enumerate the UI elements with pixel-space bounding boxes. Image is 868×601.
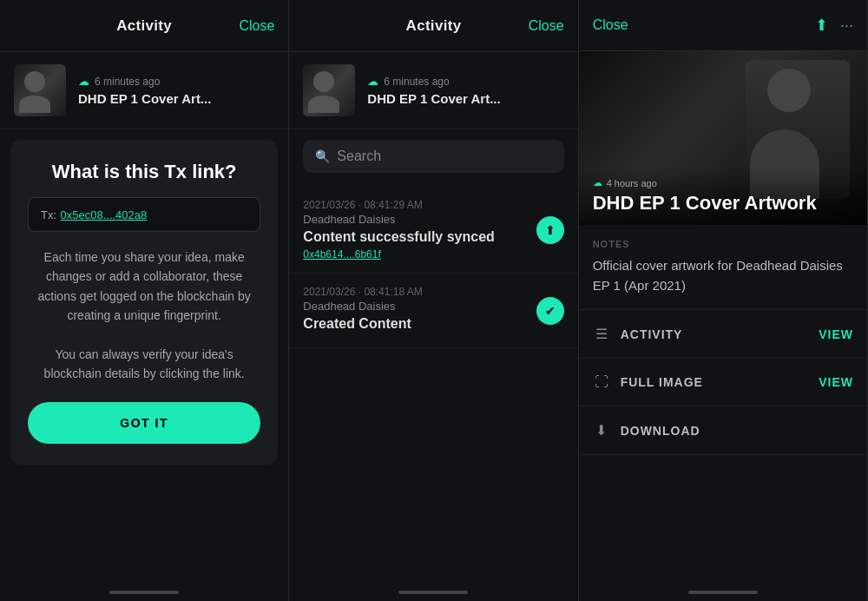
activity-action-label: ACTIVITY bbox=[621, 327, 683, 341]
bottom-pill-p1 bbox=[109, 591, 179, 594]
panel1-close-button[interactable]: Close bbox=[239, 18, 274, 34]
panel2-activity-header: ☁ 6 minutes ago DHD EP 1 Cover Art... bbox=[289, 52, 577, 129]
download-action-row[interactable]: ⬇ DOWNLOAD bbox=[579, 406, 867, 455]
cloud-icon-p2: ☁ bbox=[367, 75, 378, 88]
panel1-activity-header: ☁ 6 minutes ago DHD EP 1 Cover Art... bbox=[0, 52, 288, 129]
panel2-time: 6 minutes ago bbox=[384, 76, 449, 88]
notes-section: NOTES Official cover artwork for Deadhea… bbox=[579, 225, 867, 310]
entry-org-2: Deadhead Daisies bbox=[303, 300, 563, 313]
tx-modal: What is this Tx link? Tx: 0x5ec08....402… bbox=[10, 140, 278, 465]
panel1-title: Activity bbox=[116, 17, 172, 35]
panel2-item-title: DHD EP 1 Cover Art... bbox=[367, 91, 563, 106]
activity-view-button[interactable]: VIEW bbox=[819, 327, 853, 341]
panel3-close-button[interactable]: Close bbox=[593, 17, 628, 33]
activity-action-row[interactable]: ☰ ACTIVITY VIEW bbox=[579, 310, 867, 359]
download-icon: ⬇ bbox=[593, 422, 610, 439]
cloud-icon-p1: ☁ bbox=[78, 75, 89, 88]
full-image-action-row[interactable]: ⛶ FULL IMAGE VIEW bbox=[579, 359, 867, 406]
check-badge-2: ✔ bbox=[536, 297, 564, 325]
panel2-thumbnail bbox=[303, 64, 355, 116]
cover-overlay: ☁ 4 hours ago DHD EP 1 Cover Artwork bbox=[579, 167, 867, 225]
full-image-view-button[interactable]: VIEW bbox=[819, 375, 853, 389]
panel1-header: Activity Close bbox=[0, 0, 288, 52]
panel2-meta: ☁ 6 minutes ago DHD EP 1 Cover Art... bbox=[367, 75, 563, 106]
cover-image: ☁ 4 hours ago DHD EP 1 Cover Artwork bbox=[579, 51, 867, 225]
entry-org-1: Deadhead Daisies bbox=[303, 213, 563, 226]
fullscreen-icon: ⛶ bbox=[593, 374, 610, 390]
bottom-pill-p2 bbox=[398, 591, 468, 594]
notes-text: Official cover artwork for Deadhead Dais… bbox=[593, 256, 853, 295]
panel3-header: Close ⬆ ··· bbox=[579, 0, 867, 51]
entry-date-1: 2021/03/26 · 08:41:29 AM bbox=[303, 199, 563, 211]
panel-image-detail: Close ⬆ ··· ☁ 4 hours ago DHD EP 1 Cover… bbox=[579, 0, 868, 601]
share-icon[interactable]: ⬆ bbox=[815, 16, 828, 35]
panel-activity-list: Activity Close ☁ 6 minutes ago DHD EP 1 … bbox=[289, 0, 578, 601]
download-action-label: DOWNLOAD bbox=[621, 424, 700, 438]
panel3-content: NOTES Official cover artwork for Deadhea… bbox=[579, 225, 867, 601]
tx-label: Tx: bbox=[41, 208, 56, 221]
entry-date-2: 2021/03/26 · 08:41:18 AM bbox=[303, 286, 563, 298]
entry-tx-1[interactable]: 0x4b614....6b61f bbox=[303, 248, 563, 261]
panel2-title: Activity bbox=[406, 17, 462, 35]
activity-action-left: ☰ ACTIVITY bbox=[593, 326, 683, 342]
tx-box: Tx: 0x5ec08....402a8 bbox=[28, 197, 260, 232]
search-bar[interactable]: 🔍 Search bbox=[303, 140, 563, 173]
tx-value[interactable]: 0x5ec08....402a8 bbox=[61, 208, 148, 221]
tx-description-1: Each time you share your idea, make chan… bbox=[28, 248, 260, 326]
panel1-meta: ☁ 6 minutes ago DHD EP 1 Cover Art... bbox=[78, 75, 274, 106]
entry-title-1: Content successfully synced bbox=[303, 229, 563, 245]
panel2-close-button[interactable]: Close bbox=[529, 18, 564, 34]
entry-title-2: Created Content bbox=[303, 316, 563, 332]
list-item[interactable]: 2021/03/26 · 08:41:18 AM Deadhead Daisie… bbox=[289, 274, 577, 348]
panel1-time: 6 minutes ago bbox=[95, 76, 160, 88]
activity-list: 2021/03/26 · 08:41:29 AM Deadhead Daisie… bbox=[289, 183, 577, 601]
search-placeholder: Search bbox=[337, 149, 381, 164]
panel3-action-icons: ⬆ ··· bbox=[815, 16, 853, 35]
bottom-pill-p3 bbox=[688, 591, 758, 594]
notes-label: NOTES bbox=[593, 239, 853, 249]
panel2-header: Activity Close bbox=[289, 0, 577, 52]
got-it-button[interactable]: GOT IT bbox=[28, 402, 260, 444]
tx-modal-heading: What is this Tx link? bbox=[28, 161, 260, 183]
search-icon: 🔍 bbox=[315, 149, 330, 163]
panel1-item-title: DHD EP 1 Cover Art... bbox=[78, 91, 274, 106]
cover-time: ☁ 4 hours ago bbox=[593, 177, 853, 188]
full-image-action-left: ⛶ FULL IMAGE bbox=[593, 374, 703, 390]
cover-title: DHD EP 1 Cover Artwork bbox=[593, 192, 853, 215]
download-action-left: ⬇ DOWNLOAD bbox=[593, 422, 700, 439]
panel-tx-explanation: Activity Close ☁ 6 minutes ago DHD EP 1 … bbox=[0, 0, 289, 601]
full-image-action-label: FULL IMAGE bbox=[621, 375, 703, 389]
cover-cloud-icon: ☁ bbox=[593, 177, 602, 188]
upload-badge-1: ⬆ bbox=[536, 216, 564, 244]
tx-description-2: You can always verify your idea's blockc… bbox=[28, 345, 260, 384]
activity-list-icon: ☰ bbox=[593, 326, 610, 342]
more-options-icon[interactable]: ··· bbox=[840, 17, 853, 35]
panel1-thumbnail bbox=[14, 64, 66, 116]
list-item[interactable]: 2021/03/26 · 08:41:29 AM Deadhead Daisie… bbox=[289, 187, 577, 274]
